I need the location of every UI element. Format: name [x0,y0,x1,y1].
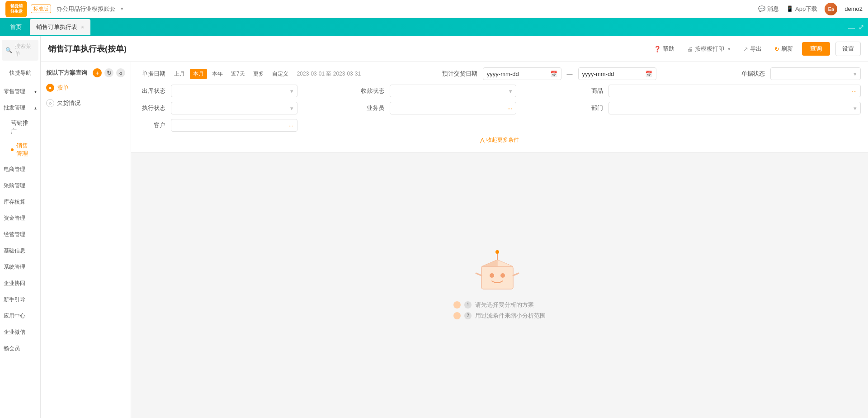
calendar-icon-1[interactable]: 📅 [550,71,557,77]
header-actions: ❓ 帮助 🖨 按模板打印 ▾ ↗ 导出 ↻ 刷新 [650,42,861,56]
filter-panel: 按以下方案查询 + ↻ « ● 按单 ○ 欠货情况 [41,62,868,418]
user-name[interactable]: demo2 [844,5,863,12]
app-logo: 畅捷销好生意 [5,1,27,17]
sidebar-item-ecommerce[interactable]: 电商管理 [0,161,40,177]
sidebar-item-corp[interactable]: 企业协同 [0,275,40,291]
sales-active-dot [11,148,14,151]
date-quick-buttons: 上月 本月 本年 近7天 更多 自定义 [171,69,292,79]
filter-row-1: 单据日期 上月 本月 本年 近7天 更多 自定义 2023-03-01 至 20… [138,67,861,80]
customer-input[interactable]: ··· [171,119,297,132]
salesman-more-icon[interactable]: ··· [507,105,512,112]
filter-scheme-header: 按以下方案查询 + ↻ « [41,66,131,80]
sidebar-item-purchase[interactable]: 采购管理 [0,177,40,194]
payment-label: 收款状态 [357,87,384,95]
purchase-label: 采购管理 [4,182,25,190]
app-download-button[interactable]: 📱 App下载 [786,5,817,13]
print-icon: 🖨 [687,46,693,52]
expected-date-from[interactable]: yyyy-mm-dd 📅 [483,67,561,80]
sidebar-item-basic[interactable]: 基础信息 [0,242,40,259]
date-btn-last-month[interactable]: 上月 [171,69,188,79]
data-area: 1 请先选择要分析的方案 2 用过滤条件来缩小分析范围 [131,152,868,418]
inventory-label: 库存核算 [4,198,25,206]
sidebar-item-wholesale[interactable]: 批发管理 ▴ [0,100,40,116]
tab-home[interactable]: 首页 [4,20,28,34]
empty-hint-2: 2 用过滤条件来缩小分析范围 [453,312,546,320]
scheme-item-shortage[interactable]: ○ 欠货情况 [41,95,131,111]
export-button[interactable]: ↗ 导出 [740,43,765,55]
sidebar-item-finance[interactable]: 资金管理 [0,210,40,226]
print-label: 按模板打印 [695,45,724,53]
filter-row-2: 出库状态 ▾ 收款状态 ▾ 商品 [138,85,861,97]
page-header: 销售订单执行表(按单) ❓ 帮助 🖨 按模板打印 ▾ ↗ 导出 [41,36,868,62]
print-dropdown-icon[interactable]: ▾ [728,46,731,52]
refresh-button[interactable]: ↻ 刷新 [771,43,797,55]
sidebar-item-quick-nav[interactable]: 快捷导航 [2,63,38,83]
newbie-label: 新手引导 [4,296,25,304]
sidebar-item-system[interactable]: 系统管理 [0,259,40,275]
goods-more-icon[interactable]: ··· [852,88,857,95]
date-label: 单据日期 [138,70,165,78]
date-btn-more[interactable]: 更多 [250,69,267,79]
sidebar-subitem-marketing[interactable]: 营销推广 [0,116,40,138]
exec-select[interactable]: ▾ [171,102,297,114]
payment-select[interactable]: ▾ [390,85,516,97]
sidebar-subitem-sales[interactable]: 销售管理 [0,138,40,161]
corp-label: 企业协同 [4,280,25,287]
refresh-scheme-button[interactable]: ↻ [104,68,113,77]
salesman-input[interactable]: ··· [390,102,516,114]
collapse-arrow-icon: ⋀ [480,137,485,143]
scheme-label-by-order: 按单 [57,84,69,92]
tab-close-button[interactable]: × [81,24,84,30]
hint-2-text: 用过滤条件来缩小分析范围 [475,312,546,320]
collapse-scheme-button[interactable]: « [116,68,125,77]
date-sep: — [567,71,573,77]
date-btn-7days[interactable]: 近7天 [228,69,248,79]
sidebar-item-appstore[interactable]: 应用中心 [0,308,40,324]
tabs-right-controls: — ⤢ [848,23,864,31]
sidebar-item-search[interactable]: 🔍 搜索菜单 [2,40,38,61]
search-label: 搜索菜单 [15,43,35,58]
calendar-icon-2[interactable]: 📅 [645,71,652,77]
tab-home-label: 首页 [10,23,22,31]
message-button[interactable]: 💬 消息 [758,5,779,13]
scheme-item-by-order[interactable]: ● 按单 [41,80,131,95]
empty-illustration [472,248,527,294]
filter-row-3: 执行状态 ▾ 业务员 ··· 部门 [138,102,861,114]
scheme-dot-shortage: ○ [46,99,54,107]
date-btn-current-year[interactable]: 本年 [209,69,226,79]
status-select[interactable]: ▾ [770,67,861,80]
sidebar-item-wechat[interactable]: 企业微信 [0,324,40,340]
customer-more-icon[interactable]: ··· [288,122,293,129]
outstock-label: 出库状态 [138,87,165,95]
filter-row-4: 客户 ··· [138,119,861,132]
goods-input[interactable]: ··· [609,85,861,97]
sidebar-item-member[interactable]: 畅会员 [0,340,40,356]
svg-line-5 [476,273,481,276]
help-button[interactable]: ❓ 帮助 [650,43,678,55]
sidebar-item-ops[interactable]: 经营管理 [0,226,40,242]
svg-line-6 [513,273,519,276]
svg-rect-0 [481,266,513,289]
dept-select[interactable]: ▾ [609,102,861,114]
outstock-dropdown-icon: ▾ [290,88,293,95]
date-btn-custom[interactable]: 自定义 [269,69,292,79]
svg-point-4 [495,250,499,254]
app-title-dropdown-icon[interactable]: ▾ [121,6,123,12]
date-btn-current-month[interactable]: 本月 [190,69,207,79]
query-button[interactable]: 查询 [802,42,830,56]
maximize-icon[interactable]: ⤢ [859,23,864,31]
hint-1-badge: 1 [464,301,472,309]
sidebar-item-inventory[interactable]: 库存核算 [0,194,40,210]
collapse-button[interactable]: ⋀ 收起更多条件 [138,133,861,147]
minimize-icon[interactable]: — [848,24,855,31]
settings-button[interactable]: 设置 [835,42,861,56]
outstock-select[interactable]: ▾ [171,85,297,97]
retail-label: 零售管理 [4,88,25,95]
sidebar-item-newbie[interactable]: 新手引导 [0,291,40,308]
tab-active[interactable]: 销售订单执行表 × [30,19,90,35]
expected-date-to[interactable]: yyyy-mm-dd 📅 [578,67,657,80]
svg-point-1 [490,273,494,278]
add-scheme-button[interactable]: + [93,68,102,77]
sidebar-item-retail[interactable]: 零售管理 ▾ [0,83,40,100]
print-button[interactable]: 🖨 按模板打印 ▾ [684,43,734,55]
